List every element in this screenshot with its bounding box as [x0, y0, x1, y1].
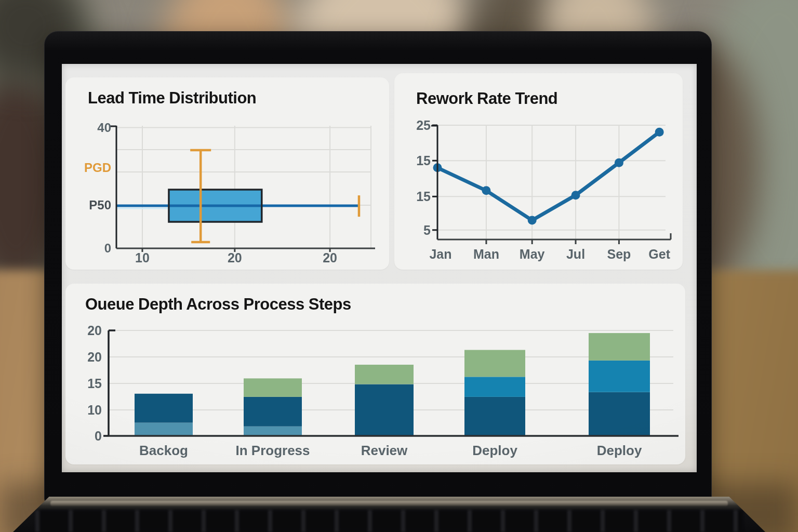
- bar-label: Backog: [139, 443, 188, 458]
- y-tick-label: 15: [87, 376, 102, 391]
- x-tick-label: Get: [648, 247, 670, 261]
- laptop-base: [13, 497, 765, 532]
- y-tick-label: 0: [104, 241, 111, 255]
- data-point: [615, 158, 623, 167]
- bar-segment-green: [244, 378, 302, 397]
- data-point: [571, 191, 580, 200]
- x-tick-label: Sep: [607, 247, 631, 261]
- queue-depth-panel: Oueue Depth Across Process Steps 2020151…: [65, 284, 685, 464]
- bar-segment-navy: [244, 397, 302, 427]
- y-tick-label: 5: [423, 223, 431, 237]
- x-tick-label: Jan: [429, 247, 451, 261]
- x-tick-label: 10: [135, 250, 150, 265]
- bar-segment-green: [355, 365, 414, 384]
- y-tick-label: 15: [416, 189, 431, 204]
- trend-line: [437, 132, 659, 220]
- rework-rate-line-chart: 2515155JanManMayJulSepGet: [394, 73, 683, 270]
- y-tick-label: 10: [87, 403, 102, 417]
- x-tick-label: Jul: [566, 247, 585, 261]
- rework-rate-panel: Rework Rate Trend 2515155JanManMayJulSep…: [394, 73, 683, 270]
- bar-label: Deploy: [472, 443, 517, 458]
- queue-depth-bar-chart: 202015100BackogIn ProgressReviewDeployDe…: [65, 284, 685, 464]
- laptop-keyboard: [35, 510, 742, 532]
- bar-segment-green: [464, 350, 525, 377]
- bar-segment-steel: [135, 423, 193, 436]
- photo-of-laptop-dashboard: Lead Time Distribution 10202040PGDP500 R…: [0, 0, 798, 532]
- bar-segment-navy: [135, 394, 193, 423]
- y-tick-label: 0: [95, 429, 102, 443]
- data-point: [528, 216, 537, 225]
- x-tick-label: 20: [323, 250, 337, 265]
- bar-segment-steel: [244, 427, 302, 436]
- bar-segment-teal: [464, 377, 525, 397]
- y-tick-label: 40: [97, 121, 111, 135]
- y-tick-label: 25: [416, 118, 431, 132]
- y-tick-label: 20: [87, 350, 102, 364]
- bar-segment-teal: [589, 361, 650, 392]
- lead-time-panel: Lead Time Distribution 10202040PGDP500: [65, 77, 389, 270]
- y-tick-label: 20: [87, 323, 102, 338]
- x-tick-label: Man: [473, 247, 499, 261]
- data-point: [482, 186, 490, 195]
- x-tick-label: May: [520, 247, 545, 261]
- x-tick-label: 20: [228, 250, 242, 265]
- laptop-screen: Lead Time Distribution 10202040PGDP500 R…: [62, 64, 697, 472]
- bar-segment-navy: [464, 397, 525, 436]
- bar-label: In Progress: [235, 443, 310, 458]
- laptop-lid: Lead Time Distribution 10202040PGDP500 R…: [44, 31, 712, 504]
- y-tick-label: PGD: [84, 161, 111, 175]
- data-point: [655, 128, 664, 137]
- bar-segment-navy: [589, 392, 650, 436]
- bar-label: Deploy: [597, 443, 642, 458]
- y-tick-label: P50: [89, 198, 111, 212]
- y-tick-label: 15: [416, 153, 431, 168]
- lead-time-boxplot-chart: 10202040PGDP500: [65, 77, 389, 270]
- laptop-hinge: [50, 501, 727, 506]
- bar-segment-green: [589, 333, 650, 361]
- bar-label: Review: [361, 443, 408, 458]
- bar-segment-navy: [355, 384, 414, 436]
